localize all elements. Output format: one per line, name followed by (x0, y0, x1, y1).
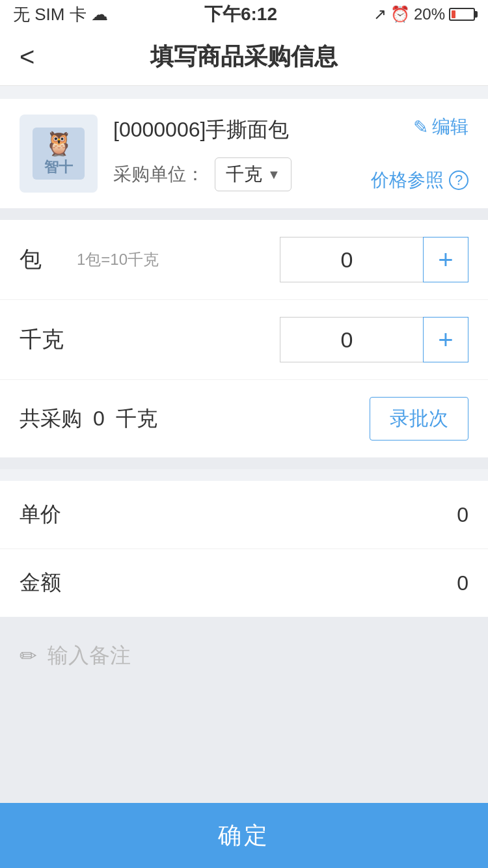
price-row-unit: 单价 0 (0, 481, 488, 549)
price-ref-info-icon: ? (449, 170, 468, 190)
total-summary: 共采购 0 千克 (20, 405, 157, 433)
back-button[interactable]: < (20, 42, 59, 72)
section-divider-2 (0, 457, 488, 469)
notes-placeholder: 输入备注 (47, 642, 131, 670)
total-prefix: 共采购 (20, 407, 82, 430)
quantity-row-bao: 包 1包=10千克 + (0, 220, 488, 300)
price-row-amount: 金额 0 (0, 549, 488, 617)
alarm-icon: ⏰ (390, 5, 410, 23)
batch-button[interactable]: 录批次 (370, 397, 468, 441)
battery-icon (449, 8, 475, 21)
page-title: 填写商品采购信息 (150, 41, 338, 73)
price-section: 单价 0 金额 0 (0, 481, 488, 617)
qty-label-bao: 包 (20, 245, 72, 275)
edit-icon: ✎ (413, 116, 428, 138)
qty-sublabel-bao: 1包=10千克 (77, 249, 280, 270)
status-time: 下午6:12 (204, 2, 277, 27)
unit-value: 千克 (226, 162, 262, 187)
location-icon: ↗ (373, 5, 386, 23)
status-right: ↗ ⏰ 20% (373, 5, 475, 23)
qty-plus-bao[interactable]: + (423, 237, 468, 282)
pencil-icon: ✏ (20, 644, 37, 668)
status-left: 无 SIM 卡 ☁ (13, 3, 108, 26)
qty-input-group-bao: + (280, 237, 468, 282)
total-value: 0 (93, 407, 105, 430)
price-reference-button[interactable]: 价格参照 ? (371, 168, 468, 193)
unit-dropdown[interactable]: 千克 ▼ (215, 157, 291, 191)
price-value-unit: 0 (457, 503, 468, 527)
qty-label-kg: 千克 (20, 325, 72, 355)
qty-input-group-kg: + (280, 317, 468, 362)
edit-label: 编辑 (432, 115, 468, 139)
section-divider-1 (0, 208, 488, 220)
quantity-row-kg: 千克 + (0, 300, 488, 380)
confirm-button[interactable]: 确定 (0, 803, 488, 868)
price-value-amount: 0 (457, 571, 468, 595)
owl-text: 智十 (44, 157, 73, 177)
product-card: 🦉 智十 [0000006]手撕面包 采购单位： 千克 ▼ ✎ 编辑 价格参照 … (0, 99, 488, 208)
product-image: 🦉 智十 (20, 115, 98, 193)
total-row: 共采购 0 千克 录批次 (0, 380, 488, 457)
qty-plus-kg[interactable]: + (423, 317, 468, 362)
product-logo: 🦉 智十 (33, 128, 85, 180)
price-label-amount: 金额 (20, 569, 61, 597)
price-ref-label: 价格参照 (371, 168, 444, 193)
qty-input-bao[interactable] (280, 237, 423, 282)
unit-label: 采购单位： (113, 162, 204, 187)
qty-input-kg[interactable] (280, 317, 423, 362)
nav-bar: < 填写商品采购信息 (0, 29, 488, 86)
status-bar: 无 SIM 卡 ☁ 下午6:12 ↗ ⏰ 20% (0, 0, 488, 29)
quantity-section: 包 1包=10千克 + 千克 + (0, 220, 488, 380)
battery-percent: 20% (414, 5, 445, 23)
sim-label: 无 SIM 卡 ☁ (13, 3, 108, 26)
notes-section[interactable]: ✏ 输入备注 (0, 617, 488, 695)
total-unit: 千克 (116, 407, 157, 430)
owl-icon: 🦉 (44, 130, 74, 157)
edit-button[interactable]: ✎ 编辑 (413, 115, 468, 139)
price-label-unit: 单价 (20, 500, 61, 529)
dropdown-arrow-icon: ▼ (267, 167, 280, 182)
